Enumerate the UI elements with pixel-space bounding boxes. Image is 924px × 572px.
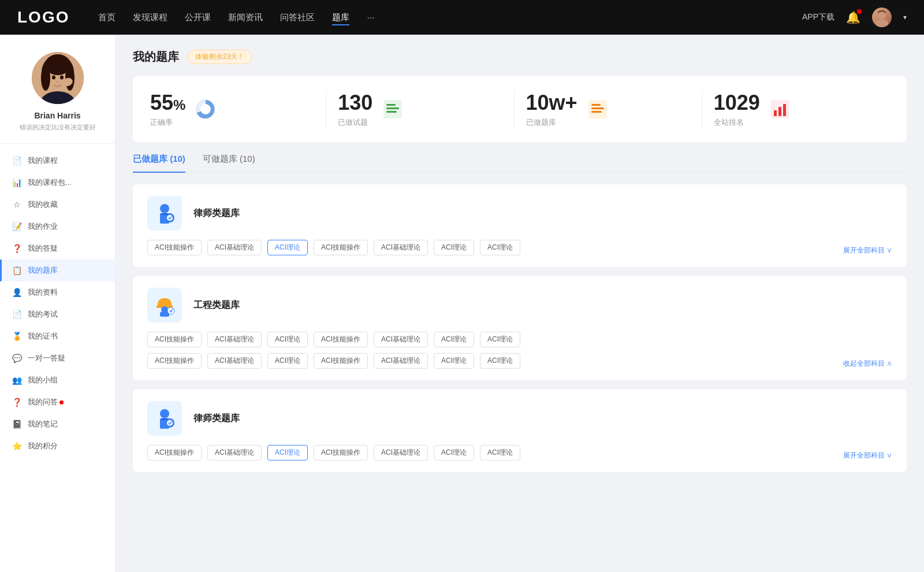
bar-chart-red-icon (770, 99, 791, 120)
tag-lawyer2-6[interactable]: ACI理论 (434, 445, 474, 460)
nav-item-qa[interactable]: 问答社区 (280, 12, 315, 23)
sidebar-label-my-group: 我的小组 (28, 375, 58, 385)
tag-eng-r2-4[interactable]: ACI技能操作 (314, 353, 368, 369)
stat-rank-text: 1029 全站排名 (714, 91, 760, 128)
sidebar-item-my-group[interactable]: 👥 我的小组 (0, 369, 115, 391)
stat-banks-label: 已做题库 (526, 117, 578, 128)
tab-available-banks[interactable]: 可做题库 (10) (203, 154, 255, 172)
questions-icon: ❓ (12, 243, 22, 254)
avatar-svg (872, 8, 892, 27)
svg-rect-20 (591, 104, 601, 106)
expand-lawyer1[interactable]: 展开全部科目 ∨ (843, 246, 892, 255)
tag-eng-r1-7[interactable]: ACI理论 (480, 332, 520, 347)
qbank-tags-row2-1: ACI技能操作 ACI基础理论 ACI理论 ACI技能操作 ACI基础理论 AC… (147, 332, 892, 347)
user-avatar[interactable] (872, 8, 892, 27)
tag-eng-r2-1[interactable]: ACI技能操作 (147, 353, 202, 369)
tag-eng-r2-6[interactable]: ACI理论 (434, 353, 474, 369)
stat-rank-icon (769, 98, 792, 121)
sidebar-label-my-info: 我的资料 (28, 287, 58, 298)
tag-lawyer2-2[interactable]: ACI基础理论 (207, 445, 262, 460)
stat-done-icon (381, 98, 404, 121)
sidebar-label-my-qa: 我的问答 (28, 397, 58, 407)
stat-rank-number: 1029 (714, 91, 760, 115)
user-menu-chevron[interactable]: ▾ (903, 13, 907, 21)
sidebar-item-question-bank[interactable]: 📋 我的题库 (0, 259, 115, 281)
qbank-list: 律师类题库 ACI技能操作 ACI基础理论 ACI理论 ACI技能操作 ACI基… (133, 184, 907, 572)
tab-done-banks[interactable]: 已做题库 (10) (133, 154, 185, 172)
qa-icon: ❓ (12, 397, 22, 407)
tag-lawyer2-3[interactable]: ACI理论 (267, 445, 308, 460)
svg-rect-18 (386, 111, 397, 113)
sidebar-item-my-notes[interactable]: 📓 我的笔记 (0, 413, 115, 435)
profile-avatar[interactable] (32, 52, 84, 104)
certificate-icon: 🏅 (12, 331, 22, 341)
stats-row: 55% 正确率 130 已做试题 (133, 76, 907, 142)
tag-lawyer1-6[interactable]: ACI理论 (434, 240, 474, 255)
notes-icon: 📓 (12, 419, 22, 429)
nav-item-home[interactable]: 首页 (98, 12, 116, 23)
qbank-menu-icon: 📋 (12, 265, 22, 276)
qbank-tags-row2-2: ACI技能操作 ACI基础理论 ACI理论 ACI技能操作 ACI基础理论 AC… (147, 353, 892, 369)
qbank-tags-row-3: ACI技能操作 ACI基础理论 ACI理论 ACI技能操作 ACI基础理论 AC… (147, 445, 892, 460)
tag-eng-r1-5[interactable]: ACI基础理论 (374, 332, 428, 347)
sidebar-profile: Brian Harris 错误的决定比没有决定要好 (0, 52, 115, 144)
sidebar-item-one-on-one[interactable]: 💬 一对一答疑 (0, 347, 115, 369)
tag-eng-r2-5[interactable]: ACI基础理论 (374, 353, 428, 369)
qbank-lawyer-icon-2 (147, 401, 182, 436)
tag-lawyer1-3[interactable]: ACI理论 (267, 240, 308, 255)
nav-item-open-course[interactable]: 公开课 (185, 12, 211, 23)
tag-lawyer1-4[interactable]: ACI技能操作 (314, 240, 368, 255)
tag-lawyer1-1[interactable]: ACI技能操作 (147, 240, 202, 255)
nav-item-discover[interactable]: 发现课程 (133, 12, 167, 23)
tag-lawyer1-2[interactable]: ACI基础理论 (207, 240, 262, 255)
stat-banks-icon (586, 98, 609, 121)
tag-eng-r1-3[interactable]: ACI理论 (267, 332, 308, 347)
page-wrapper: Brian Harris 错误的决定比没有决定要好 📄 我的课程 📊 我的课程包… (0, 35, 924, 572)
sidebar-item-my-courses[interactable]: 📄 我的课程 (0, 150, 115, 172)
sidebar-item-my-info[interactable]: 👤 我的资料 (0, 281, 115, 303)
notification-bell[interactable]: 🔔 (846, 10, 860, 24)
tag-lawyer2-5[interactable]: ACI基础理论 (374, 445, 428, 460)
sidebar-label-question-bank: 我的题库 (28, 265, 58, 276)
qbank-card-lawyer-1: 律师类题库 ACI技能操作 ACI基础理论 ACI理论 ACI技能操作 ACI基… (133, 184, 907, 267)
sidebar-item-my-points[interactable]: ⭐ 我的积分 (0, 435, 115, 457)
info-icon: 👤 (12, 287, 22, 298)
svg-point-36 (160, 409, 169, 418)
sidebar-label-my-courses: 我的课程 (28, 155, 58, 166)
sidebar-label-favorites: 我的收藏 (28, 199, 58, 210)
sidebar-label-one-on-one: 一对一答疑 (28, 353, 65, 363)
collapse-engineer[interactable]: 收起全部科目 ∧ (843, 359, 892, 369)
tag-lawyer1-5[interactable]: ACI基础理论 (374, 240, 428, 255)
sidebar-item-my-questions[interactable]: ❓ 我的答疑 (0, 237, 115, 259)
sidebar-label-homework: 我的作业 (28, 221, 58, 232)
sidebar-item-course-package[interactable]: 📊 我的课程包... (0, 172, 115, 194)
tag-eng-r1-2[interactable]: ACI基础理论 (207, 332, 262, 347)
sidebar-item-my-qa[interactable]: ❓ 我的问答 (0, 391, 115, 413)
svg-point-14 (200, 104, 211, 114)
tag-lawyer1-7[interactable]: ACI理论 (480, 240, 520, 255)
tag-eng-r2-3[interactable]: ACI理论 (267, 353, 308, 369)
expand-lawyer2[interactable]: 展开全部科目 ∨ (843, 451, 892, 460)
qbank-card-header-1: 律师类题库 (147, 196, 892, 231)
sidebar-item-homework[interactable]: 📝 我的作业 (0, 216, 115, 237)
tag-eng-r1-4[interactable]: ACI技能操作 (314, 332, 368, 347)
tag-eng-r2-2[interactable]: ACI基础理论 (207, 353, 262, 369)
trial-badge: 体验剩余23天！ (188, 50, 252, 64)
tag-eng-r2-7[interactable]: ACI理论 (480, 353, 520, 369)
nav-item-news[interactable]: 新闻资讯 (228, 12, 263, 23)
svg-rect-21 (591, 107, 604, 109)
tag-lawyer2-1[interactable]: ACI技能操作 (147, 445, 202, 460)
tag-eng-r1-1[interactable]: ACI技能操作 (147, 332, 202, 347)
sidebar-item-certificate[interactable]: 🏅 我的证书 (0, 325, 115, 347)
tag-eng-r1-6[interactable]: ACI理论 (434, 332, 474, 347)
app-download-link[interactable]: APP下载 (802, 12, 834, 23)
qbank-card-header-2: 工程类题库 (147, 288, 892, 322)
sidebar-item-favorites[interactable]: ☆ 我的收藏 (0, 194, 115, 216)
nav-item-more[interactable]: ··· (367, 12, 374, 23)
nav-item-qbank[interactable]: 题库 (332, 12, 349, 23)
tag-lawyer2-4[interactable]: ACI技能操作 (314, 445, 368, 460)
tag-lawyer2-7[interactable]: ACI理论 (480, 445, 520, 460)
stat-done-number: 130 (338, 91, 372, 115)
qa-notification-dot (59, 400, 64, 404)
sidebar-item-my-exam[interactable]: 📄 我的考试 (0, 303, 115, 325)
